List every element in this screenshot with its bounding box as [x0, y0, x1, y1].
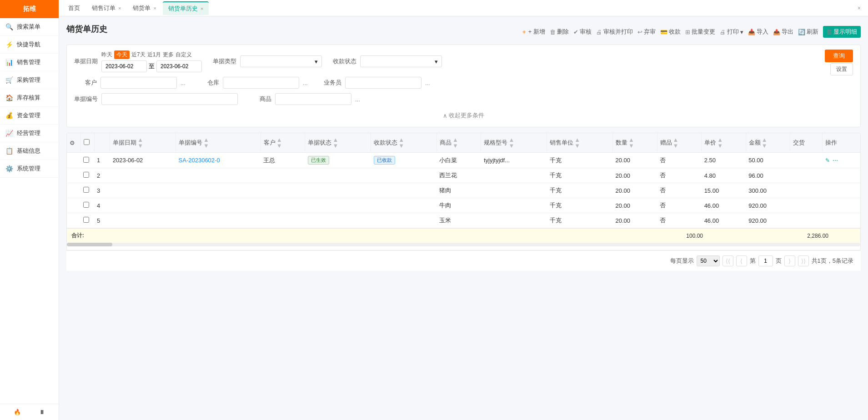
scroll-thumb[interactable] — [67, 243, 112, 246]
sidebar-bottom-icon1[interactable]: 🔥 — [14, 409, 21, 415]
sidebar-item-sys-mgmt[interactable]: ⚙️ 系统管理 — [0, 160, 59, 178]
tab-sales-history[interactable]: 销货单历史 × — [163, 1, 209, 15]
th-trade: 交货 — [790, 133, 823, 153]
page-suffix: 页 — [776, 257, 782, 265]
sidebar-item-sales-mgmt[interactable]: 📊 销售管理 — [0, 54, 59, 71]
more-link[interactable]: ⋯ — [833, 157, 838, 164]
th-collect-status[interactable]: 收款状态 ▲▼ — [371, 133, 437, 153]
tab-sales-order[interactable]: 销售订单 × — [86, 1, 126, 15]
sidebar-bottom-icon2[interactable]: ⏸ — [39, 409, 45, 415]
sidebar-item-search-menu[interactable]: 🔍 搜索菜单 — [0, 18, 59, 36]
goods-input[interactable] — [275, 93, 351, 105]
sidebar-item-quick-nav[interactable]: ⚡ 快捷导航 — [0, 36, 59, 54]
th-unit[interactable]: 销售单位 ▲▼ — [547, 133, 613, 153]
edit-link[interactable]: ✎ — [825, 157, 830, 164]
cell-amount: 50.00 — [746, 153, 790, 168]
next-page-button[interactable]: ⟩ — [784, 255, 795, 266]
row-checkbox[interactable] — [83, 157, 89, 163]
table-footer: 合计: 100.00 2,286.00 — [67, 228, 860, 243]
shortcut-week[interactable]: 近7天 — [131, 51, 146, 59]
th-unit-price[interactable]: 单价 ▲▼ — [702, 133, 746, 153]
import-icon: 📥 — [748, 29, 755, 35]
collect-status-select[interactable]: ▾ — [360, 55, 442, 67]
review-icon: ✔ — [573, 29, 578, 35]
th-doc-status[interactable]: 单据状态 ▲▼ — [305, 133, 371, 153]
cell-action — [823, 183, 860, 198]
cell-doc-num — [176, 183, 261, 198]
th-amount[interactable]: 金额 ▲▼ — [746, 133, 790, 153]
row-checkbox[interactable] — [83, 202, 89, 208]
cell-gift: 否 — [657, 198, 702, 213]
table-header-row: ⚙ 单据日期 ▲▼ 单据编号 ▲▼ — [67, 133, 860, 153]
review-print-button[interactable]: 🖨 审核并打印 — [596, 28, 633, 36]
tab-close-sales-history[interactable]: × — [201, 6, 203, 11]
th-qty[interactable]: 数量 ▲▼ — [612, 133, 657, 153]
tab-close-all[interactable]: × — [854, 5, 864, 11]
customer-input[interactable] — [100, 77, 177, 89]
sidebar-item-operations[interactable]: 📈 经营管理 — [0, 125, 59, 142]
cell-unit-price: 46.00 — [702, 198, 746, 213]
import-button[interactable]: 📥 导入 — [748, 28, 768, 36]
last-page-button[interactable]: ⟩⟩ — [798, 255, 809, 266]
tab-close-sales-goods[interactable]: × — [153, 5, 156, 11]
shortcut-more[interactable]: 更多 — [163, 51, 174, 59]
tab-close-sales-order[interactable]: × — [118, 5, 121, 11]
customer-ellipsis[interactable]: ... — [181, 80, 186, 86]
row-checkbox[interactable] — [83, 187, 89, 193]
th-spec[interactable]: 规格型号 ▲▼ — [481, 133, 547, 153]
shortcut-custom[interactable]: 自定义 — [176, 51, 192, 59]
goods-ellipsis[interactable]: ... — [355, 96, 360, 103]
select-all-checkbox[interactable] — [84, 139, 90, 145]
date-to-input[interactable] — [156, 60, 202, 72]
batch-change-button[interactable]: ⊞ 批量变更 — [685, 28, 715, 36]
abandon-button[interactable]: ↩ 弃审 — [637, 28, 656, 36]
horizontal-scrollbar[interactable] — [67, 243, 860, 246]
th-settings[interactable]: ⚙ — [67, 133, 80, 153]
cell-checkbox — [80, 198, 94, 213]
tab-sales-goods[interactable]: 销货单 × — [127, 1, 161, 15]
cell-doc-num — [176, 198, 261, 213]
prev-page-button[interactable]: ⟨ — [736, 255, 747, 266]
print-button[interactable]: 🖨 打印 ▾ — [720, 28, 743, 36]
delete-button[interactable]: 🗑 删除 — [550, 28, 569, 36]
collect-button[interactable]: 💳 收款 — [660, 28, 681, 36]
shortcut-today[interactable]: 今天 — [114, 50, 130, 59]
warehouse-ellipsis[interactable]: ... — [303, 80, 308, 86]
per-page-select[interactable]: 50 100 — [697, 255, 720, 266]
show-detail-button[interactable]: ☰ 显示明细 — [823, 26, 861, 38]
cell-rownum: 2 — [94, 168, 110, 183]
review-button[interactable]: ✔ 审核 — [573, 28, 592, 36]
row-checkbox[interactable] — [83, 217, 89, 223]
new-button[interactable]: ＋ + 新增 — [521, 28, 545, 36]
search-icon: 🔍 — [5, 23, 13, 30]
th-goods[interactable]: 商品 ▲▼ — [437, 133, 481, 153]
sidebar-item-basic-info[interactable]: 📋 基础信息 — [0, 142, 59, 160]
page-number-input[interactable] — [758, 255, 773, 266]
th-gift[interactable]: 赠品 ▲▼ — [657, 133, 702, 153]
th-doc-num[interactable]: 单据编号 ▲▼ — [176, 133, 261, 153]
date-from-input[interactable] — [101, 60, 147, 72]
tab-home[interactable]: 首页 — [63, 1, 85, 15]
docnum-input[interactable] — [101, 93, 238, 105]
first-page-button[interactable]: ⟨⟨ — [722, 255, 733, 266]
setting-button[interactable]: 设置 — [830, 63, 853, 75]
export-button[interactable]: 📤 导出 — [773, 28, 793, 36]
doctype-select[interactable]: ▾ — [240, 55, 322, 67]
row-checkbox[interactable] — [83, 172, 89, 178]
sidebar-item-inventory[interactable]: 🏠 库存核算 — [0, 89, 59, 107]
collapse-button[interactable]: ∧ 收起更多条件 — [441, 110, 486, 121]
shortcut-yesterday[interactable]: 昨天 — [101, 51, 112, 59]
warehouse-input[interactable] — [223, 77, 299, 89]
sidebar-item-finance[interactable]: 💰 资金管理 — [0, 107, 59, 125]
shortcut-month[interactable]: 近1月 — [147, 51, 161, 59]
salesperson-input[interactable] — [345, 77, 421, 89]
table-row: 1 2023-06-02 SA-20230602-0 王总 已生效 已收款 小白… — [67, 153, 860, 168]
th-customer[interactable]: 客户 ▲▼ — [261, 133, 305, 153]
query-button[interactable]: 查询 — [825, 50, 853, 62]
sidebar-item-purchase-mgmt[interactable]: 🛒 采购管理 — [0, 71, 59, 89]
refresh-button[interactable]: 🔄 刷新 — [798, 28, 818, 36]
th-doc-date[interactable]: 单据日期 ▲▼ — [110, 133, 176, 153]
salesperson-ellipsis[interactable]: ... — [425, 80, 430, 86]
doc-num-link[interactable]: SA-20230602-0 — [179, 157, 220, 164]
docnum-label: 单据编号 — [74, 95, 98, 103]
